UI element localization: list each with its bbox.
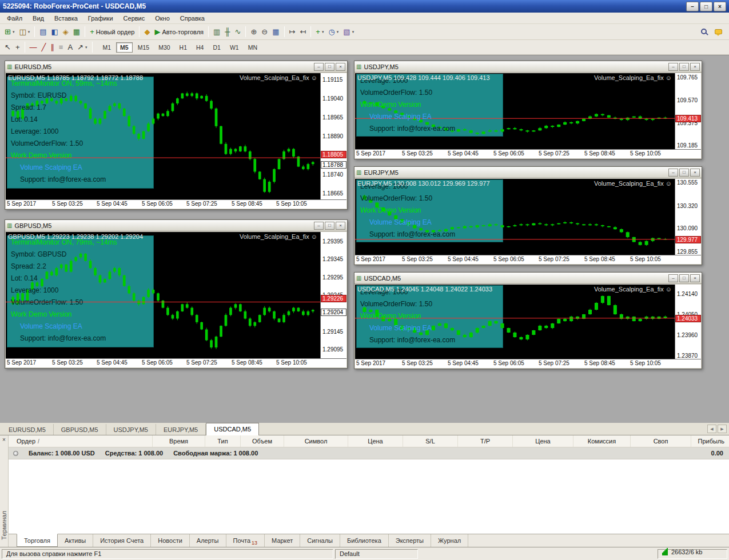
terminal-tab-signals[interactable]: Сигналы (300, 534, 340, 547)
terminal-tab-journal[interactable]: Журнал (431, 534, 468, 547)
periods-button[interactable]: ◷▾ (326, 27, 341, 37)
arrows-button[interactable]: ↗▾ (75, 42, 89, 53)
timeframe-m15[interactable]: M15 (134, 42, 153, 53)
column-header-profit[interactable]: Прибыль (691, 435, 729, 447)
price-scale[interactable]: 1.293951.293451.292951.292451.291951.291… (320, 232, 346, 358)
minimize-button[interactable]: – (668, 63, 678, 71)
data-window-button[interactable]: ◧ (49, 27, 61, 37)
chart-window-usdjpy[interactable]: ▥ USDJPY,M5 –□× Leverage: 1000VolumeOrde… (354, 61, 702, 159)
timeframe-m1[interactable]: M1 (99, 42, 115, 53)
bar-chart-button[interactable]: ▥ (211, 27, 222, 37)
autotrading-button[interactable]: ▶Авто-торговля (152, 27, 206, 37)
search-button[interactable] (701, 29, 707, 35)
crosshair-button[interactable]: + (13, 42, 22, 53)
maximize-button[interactable]: □ (679, 169, 689, 177)
maximize-button[interactable]: □ (700, 2, 712, 11)
chart-tab-eurusd-m5[interactable]: EURUSD,M5 (1, 424, 54, 435)
terminal-tab-trade[interactable]: Торговля (17, 534, 58, 547)
new-chart-button[interactable]: ⊞▾ (2, 27, 17, 37)
timeframe-w1[interactable]: W1 (226, 42, 243, 53)
cursor-button[interactable]: ↖ (2, 42, 13, 53)
line-chart-button[interactable]: ∿ (233, 27, 244, 37)
profiles-button[interactable]: ◫▾ (17, 27, 32, 37)
time-axis[interactable]: 5 Sep 20175 Sep 03:255 Sep 04:455 Sep 06… (355, 359, 701, 368)
horizontal-line-button[interactable]: — (27, 42, 39, 53)
minimize-button[interactable]: – (686, 2, 699, 11)
minimize-button[interactable]: – (668, 169, 678, 177)
column-header-symbol[interactable]: Символ (284, 435, 348, 447)
navigator-button[interactable]: ◈ (61, 27, 71, 37)
minimize-button[interactable]: – (314, 63, 324, 71)
chart-window-titlebar[interactable]: ▥ USDJPY,M5 –□× (354, 61, 702, 73)
chart-tab-usdcad-m5[interactable]: USDCAD,M5 (206, 423, 259, 435)
balance-row[interactable]: Баланс: 1 008.00 USD Средства: 1 008.00 … (9, 447, 729, 459)
menu-charts[interactable]: Графики (83, 14, 118, 23)
chart-shift-button[interactable]: ↤ (297, 27, 308, 37)
terminal-tab-assets[interactable]: Активы (58, 534, 93, 547)
close-button[interactable]: × (336, 222, 345, 230)
time-axis[interactable]: 5 Sep 20175 Sep 03:255 Sep 04:455 Sep 06… (6, 358, 346, 367)
close-button[interactable]: × (690, 63, 700, 71)
column-header-open-price[interactable]: Цена (348, 435, 403, 447)
column-header-volume[interactable]: Объем (241, 435, 284, 447)
close-button[interactable]: × (336, 63, 345, 71)
price-scale[interactable]: 109.765109.570109.375109.185109.413 (675, 73, 701, 149)
maximize-button[interactable]: □ (679, 63, 689, 71)
column-header-commission[interactable]: Комиссия (573, 435, 631, 447)
timeframe-m30[interactable]: M30 (154, 42, 174, 53)
chart-window-titlebar[interactable]: ▥ EURJPY,M5 –□× (354, 167, 702, 178)
chart-plot-area[interactable]: TerminalMonitor ON, 79ms, ~14msSymbol: G… (6, 232, 320, 358)
menu-window[interactable]: Окно (150, 14, 175, 23)
terminal-button[interactable]: ▦ (71, 27, 82, 37)
orders-list-empty-area[interactable] (9, 459, 729, 534)
scroll-right-button[interactable]: ▶ (718, 425, 727, 433)
terminal-tab-library[interactable]: Библиотека (340, 534, 389, 547)
minimize-button[interactable]: – (668, 274, 678, 282)
templates-button[interactable]: ▧▾ (341, 27, 356, 37)
time-axis[interactable]: 5 Sep 20175 Sep 03:255 Sep 04:455 Sep 06… (355, 149, 701, 158)
new-order-button[interactable]: +Новый ордер (87, 27, 137, 37)
scroll-left-button[interactable]: ◀ (707, 425, 716, 433)
time-axis[interactable]: 5 Sep 20175 Sep 03:255 Sep 04:455 Sep 06… (355, 255, 701, 264)
column-header-tp[interactable]: T/P (458, 435, 513, 447)
timeframe-d1[interactable]: D1 (209, 42, 224, 53)
metaeditor-button[interactable]: ◆ (142, 27, 152, 37)
terminal-tab-news[interactable]: Новости (151, 534, 190, 547)
terminal-tab-market[interactable]: Маркет (265, 534, 300, 547)
fibonacci-button[interactable]: ≡ (57, 42, 66, 53)
chart-window-titlebar[interactable]: ▥ EURUSD,M5 –□× (5, 61, 347, 73)
candlestick-chart-button[interactable]: ╫ (222, 27, 232, 37)
text-button[interactable]: A (65, 42, 75, 53)
zoom-out-button[interactable]: ⊖ (259, 27, 270, 37)
market-watch-button[interactable]: ▤ (37, 27, 49, 37)
trendline-button[interactable]: ╱ (39, 42, 49, 53)
timeframe-mn[interactable]: MN (244, 42, 261, 53)
terminal-tab-alerts[interactable]: Алерты (190, 534, 226, 547)
price-scale[interactable]: 1.191151.190401.189651.188901.188151.187… (320, 73, 346, 199)
terminal-tab-experts[interactable]: Эксперты (389, 534, 431, 547)
chart-window-gbpusd[interactable]: ▥ GBPUSD,M5 –□× TerminalMonitor ON, 79ms… (5, 219, 348, 369)
chart-plot-area[interactable]: TerminalMonitor ON, 59ms, ~14msSymbol: E… (6, 73, 320, 199)
column-header-time[interactable]: Время (153, 435, 205, 447)
terminal-tab-mailbox[interactable]: Почта13 (226, 534, 265, 547)
close-button[interactable]: × (690, 169, 700, 177)
maximize-button[interactable]: □ (325, 63, 334, 71)
close-button[interactable]: × (714, 2, 726, 11)
maximize-button[interactable]: □ (679, 274, 689, 282)
menu-insert[interactable]: Вставка (49, 14, 83, 23)
column-header-swap[interactable]: Своп (631, 435, 691, 447)
chat-button[interactable] (715, 29, 722, 35)
price-scale[interactable]: 1.241401.240501.239601.238701.24033 (675, 285, 701, 359)
timeframe-h4[interactable]: H4 (192, 42, 208, 53)
column-header-price[interactable]: Цена (513, 435, 573, 447)
timeframe-m5[interactable]: M5 (116, 42, 133, 53)
terminal-tab-account-history[interactable]: История Счета (93, 534, 151, 547)
column-header-order[interactable]: Ордер/ (9, 435, 153, 447)
menu-service[interactable]: Сервис (118, 14, 150, 23)
channel-button[interactable]: ∥ (48, 42, 57, 53)
terminal-close-button[interactable]: × (2, 437, 6, 443)
status-profile[interactable]: Default (335, 549, 418, 559)
chart-window-titlebar[interactable]: ▥ GBPUSD,M5 –□× (5, 220, 347, 231)
auto-scroll-button[interactable]: ↦ (287, 27, 298, 37)
tile-windows-button[interactable]: ▦ (270, 27, 281, 37)
